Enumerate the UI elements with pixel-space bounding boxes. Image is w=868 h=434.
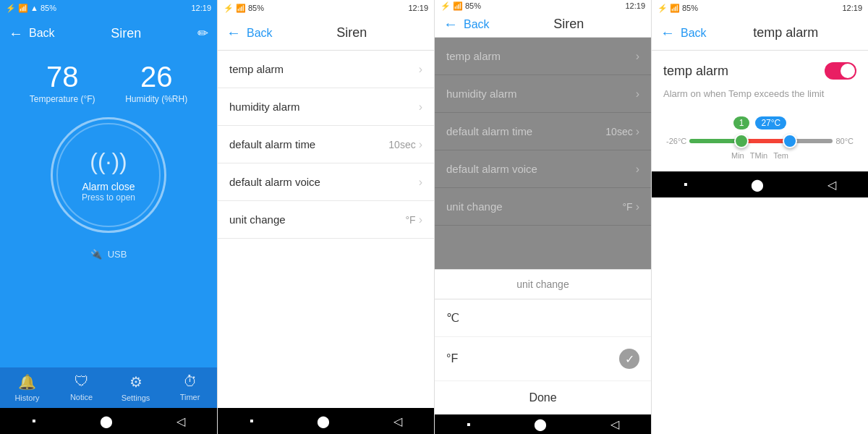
settings-icon: ⚙: [129, 373, 142, 391]
status-bar-3: ⚡ 📶 85% 12:19: [435, 0, 651, 12]
panel3-menu-overlay: temp alarm › humidity alarm › default al…: [435, 38, 651, 269]
temp-alarm-label-3: temp alarm: [446, 50, 501, 62]
status-bar-1: ⚡ 📶 ▲ 85% 12:19: [0, 0, 217, 16]
android-back-3[interactable]: ◁: [610, 417, 619, 431]
sheet-option-fahrenheit[interactable]: °F ✓: [435, 337, 651, 381]
android-back-4[interactable]: ◁: [827, 178, 836, 192]
sheet-option-celsius[interactable]: ℃: [435, 299, 651, 337]
status-left-4: ⚡ 📶 85%: [658, 4, 698, 13]
time-2: 12:19: [408, 4, 428, 12]
menu-list-2: temp alarm › humidity alarm › default al…: [218, 51, 434, 408]
header-1: ← Back Siren ✏: [0, 16, 217, 51]
menu-humidity-alarm-3: humidity alarm ›: [435, 75, 651, 113]
nav-settings[interactable]: ⚙ Settings: [109, 367, 163, 408]
signal-icon: 📶: [18, 4, 28, 13]
alarm-circle[interactable]: ((·)) Alarm close Press to open: [51, 117, 166, 233]
android-back-2[interactable]: ◁: [393, 414, 402, 428]
android-square-4[interactable]: ▪: [684, 178, 688, 191]
menu-temp-alarm-3: temp alarm ›: [435, 38, 651, 75]
android-back-1[interactable]: ◁: [176, 414, 185, 428]
temp-alarm-description: Alarm on when Temp exceeds the limit: [663, 88, 856, 99]
android-home-2[interactable]: ⬤: [317, 414, 330, 428]
default-alarm-voice-right: ›: [419, 176, 422, 189]
panel-siren-main: ⚡ 📶 ▲ 85% 12:19 ← Back Siren ✏ 78 Temper…: [0, 0, 217, 434]
android-home-3[interactable]: ⬤: [534, 417, 547, 431]
battery-3: 85%: [465, 1, 481, 10]
usb-icon: 🔌: [90, 249, 102, 260]
battery-2: 85%: [248, 4, 264, 12]
android-square-1[interactable]: ▪: [32, 414, 36, 427]
humidity-display: 26 Humidity (%RH): [125, 62, 187, 104]
humidity-alarm-label-3: humidity alarm: [446, 88, 517, 100]
humidity-alarm-label: humidity alarm: [229, 101, 300, 113]
menu-default-alarm-time[interactable]: default alarm time 10sec ›: [218, 126, 434, 163]
nav-history[interactable]: 🔔 History: [0, 367, 54, 408]
temp-alarm-main-label: temp alarm: [663, 64, 728, 79]
temperature-value: 78: [30, 62, 95, 91]
nav-timer[interactable]: ⏱ Timer: [163, 367, 217, 408]
menu-humidity-alarm[interactable]: humidity alarm ›: [218, 88, 434, 126]
menu-unit-change[interactable]: unit change °F ›: [218, 201, 434, 239]
android-bar-1: ▪ ⬤ ◁: [0, 408, 217, 434]
nav-notice[interactable]: 🛡 Notice: [54, 367, 109, 408]
slider-thumb-right[interactable]: [783, 134, 797, 148]
nav-history-label: History: [14, 393, 39, 402]
back-button-4[interactable]: ←: [660, 25, 675, 41]
bt-icon-2: ⚡: [224, 4, 234, 13]
temp-alarm-arrow-3: ›: [636, 50, 639, 63]
header-2: ← Back Siren: [218, 16, 434, 51]
battery-4: 85%: [682, 4, 698, 12]
temp-alarm-toggle[interactable]: [825, 62, 856, 80]
history-icon: 🔔: [18, 373, 36, 391]
bottom-nav: 🔔 History 🛡 Notice ⚙ Settings ⏱ Timer: [0, 367, 217, 408]
slider-bubble-min: 1: [733, 116, 750, 129]
bt-icon-3: ⚡: [441, 1, 451, 11]
android-bar-2: ▪ ⬤ ◁: [218, 408, 434, 434]
android-home-4[interactable]: ⬤: [751, 178, 764, 192]
android-home-1[interactable]: ⬤: [100, 414, 113, 428]
nav-settings-label: Settings: [122, 393, 150, 402]
back-label-1[interactable]: Back: [29, 27, 55, 40]
panel-siren-menu: ⚡ 📶 85% 12:19 ← Back Siren temp alarm › …: [217, 0, 434, 434]
panel3-title: Siren: [495, 17, 642, 32]
back-label-4[interactable]: Back: [681, 27, 707, 40]
humidity-value: 26: [125, 62, 187, 91]
slider-track-container: [689, 134, 833, 148]
default-alarm-voice-arrow-3: ›: [636, 163, 639, 176]
android-square-3[interactable]: ▪: [467, 418, 471, 431]
back-label-3[interactable]: Back: [464, 18, 490, 31]
timer-icon: ⏱: [183, 373, 197, 390]
default-alarm-time-right: 10sec ›: [388, 138, 422, 151]
temp-alarm-row: temp alarm: [663, 62, 856, 80]
header-4: ← Back temp alarm: [652, 16, 868, 51]
wifi-status-icon: ▲: [30, 4, 38, 12]
default-alarm-time-arrow: ›: [419, 138, 422, 151]
alarm-status: Alarm close: [82, 181, 135, 192]
menu-default-alarm-voice[interactable]: default alarm voice ›: [218, 163, 434, 201]
header-3: ← Back Siren: [435, 12, 651, 38]
unit-change-value: °F: [406, 214, 416, 226]
sheet-done-button[interactable]: Done: [435, 381, 651, 414]
default-alarm-time-value: 10sec: [388, 139, 415, 150]
panel-siren-sheet: ⚡ 📶 85% 12:19 ← Back Siren temp alarm › …: [434, 0, 651, 434]
status-bar-2: ⚡ 📶 85% 12:19: [218, 0, 434, 16]
default-alarm-time-label-3: default alarm time: [446, 125, 532, 137]
edit-icon-1[interactable]: ✏: [197, 25, 208, 41]
back-button-2[interactable]: ←: [226, 25, 241, 41]
default-alarm-time-label: default alarm time: [229, 138, 315, 150]
signal-icon-2: 📶: [236, 4, 246, 13]
panel-temp-alarm: ⚡ 📶 85% 12:19 ← Back temp alarm temp ala…: [651, 0, 868, 434]
android-square-2[interactable]: ▪: [250, 414, 254, 427]
menu-default-alarm-voice-3: default alarm voice ›: [435, 150, 651, 188]
label-tem: Tem: [773, 151, 788, 160]
unit-change-arrow-3: ›: [636, 200, 639, 213]
back-button-1[interactable]: ←: [9, 25, 23, 42]
sensor-row: 78 Temperature (°F) 26 Humidity (%RH): [0, 51, 217, 110]
status-right-2: 12:19: [408, 4, 428, 12]
android-bar-4: ▪ ⬤ ◁: [652, 171, 868, 197]
back-button-3[interactable]: ←: [443, 16, 458, 33]
menu-temp-alarm[interactable]: temp alarm ›: [218, 51, 434, 88]
back-label-2[interactable]: Back: [247, 27, 273, 40]
slider-thumb-left[interactable]: [734, 134, 749, 148]
slider-track: [689, 139, 833, 143]
